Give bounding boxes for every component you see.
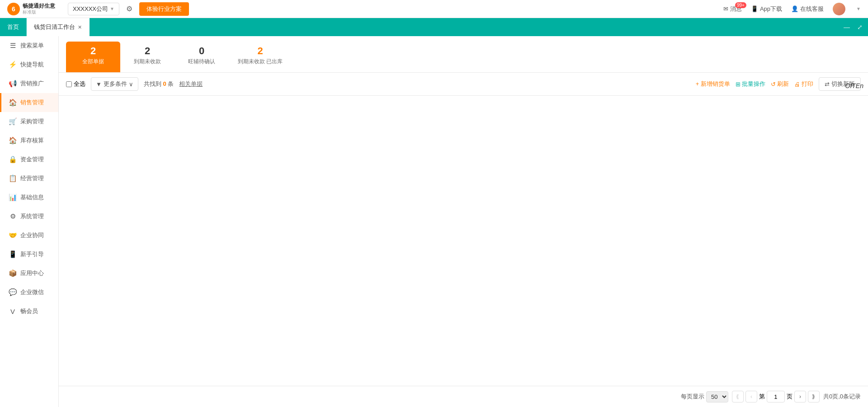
trial-button[interactable]: 体验行业方案: [139, 2, 189, 16]
refresh-label: 刷新: [777, 80, 789, 88]
logo-area: 6 畅捷通好生意 标准版: [7, 3, 55, 15]
page-prev-button[interactable]: ‹: [745, 391, 757, 402]
sidebar-inventory-label: 库存核算: [20, 136, 44, 145]
total-info: 共0页,0条记录: [823, 393, 861, 401]
pagination: 每页显示 50 ⟪ ‹ 第 页 › ⟫ 共0页,0条记录: [59, 386, 868, 407]
select-all-checkbox[interactable]: 全选: [66, 80, 85, 88]
app-download-button[interactable]: 📱 App下载: [751, 5, 782, 13]
result-count: 0: [163, 80, 166, 87]
stat-tab-all[interactable]: 2 全部单据: [66, 42, 120, 72]
tab-home-label: 首页: [7, 23, 19, 31]
filter-label: 更多条件: [104, 80, 127, 88]
result-text: 共找到 0 条: [144, 80, 174, 88]
often-label: OfTEn: [845, 82, 863, 89]
select-all-input[interactable]: [66, 81, 72, 87]
filter-chevron-icon: ∨: [129, 81, 133, 88]
sidebar-item-app-center[interactable]: 📦 应用中心: [0, 264, 58, 283]
sidebar-base-info-label: 基础信息: [20, 193, 44, 201]
stat-tab-overdue[interactable]: 2 到期未收款: [120, 42, 175, 72]
avatar-image: [833, 3, 845, 15]
chevron-down-icon: ▼: [110, 6, 114, 11]
page-last-button[interactable]: ⟫: [808, 391, 820, 402]
sidebar-finance-label: 资金管理: [20, 155, 44, 164]
window-expand-icon[interactable]: ⤢: [855, 22, 864, 33]
online-service-label: 在线客服: [800, 5, 824, 13]
sidebar-item-wechat[interactable]: 💬 企业微信: [0, 283, 58, 302]
finance-icon: 🔒: [9, 155, 17, 164]
user-name[interactable]: ▼: [854, 6, 861, 11]
sidebar-item-operations[interactable]: 📋 经营管理: [0, 169, 58, 188]
page-size-select: 每页显示 50: [681, 391, 728, 402]
message-button[interactable]: ✉ 消息 99+: [723, 5, 742, 13]
sidebar-item-base-info[interactable]: 📊 基础信息: [0, 188, 58, 207]
filter-button[interactable]: ▼ 更多条件 ∨: [91, 77, 138, 91]
sidebar-sales-label: 销售管理: [20, 98, 44, 107]
app-center-icon: 📦: [9, 269, 17, 277]
user-chevron-icon: ▼: [856, 6, 861, 11]
settings-icon[interactable]: ⚙: [123, 3, 136, 15]
page-size-dropdown[interactable]: 50: [706, 391, 728, 402]
page-unit: 页: [787, 393, 793, 401]
online-service-button[interactable]: 👤 在线客服: [791, 5, 824, 13]
toolbar-left: 全选 ▼ 更多条件 ∨ 共找到 0 条 相关单据: [66, 77, 690, 91]
tab-workspace[interactable]: 钱货日清工作台 ✕: [27, 18, 90, 36]
guide-icon: 📱: [9, 250, 17, 258]
print-button[interactable]: 🖨 打印: [794, 80, 813, 88]
marketing-icon: 📢: [9, 80, 17, 88]
sidebar-item-guide[interactable]: 📱 新手引导: [0, 245, 58, 264]
sidebar-guide-label: 新手引导: [20, 250, 44, 258]
stat-label-all: 全部单据: [75, 58, 111, 65]
page-number-input[interactable]: [767, 391, 785, 402]
search-menu-icon: ☰: [9, 42, 17, 50]
sidebar-item-inventory[interactable]: 🏠 库存核算: [0, 131, 58, 150]
sidebar-item-member[interactable]: V 畅会员: [0, 302, 58, 321]
main-layout: ☰ 搜索菜单 ⚡ 快捷导航 📢 营销推广 🏠 销售管理 🛒 采购管理 🏠 库存核…: [0, 36, 868, 407]
refresh-button[interactable]: ↺ 刷新: [771, 80, 789, 88]
add-order-button[interactable]: + 新增销货单: [696, 80, 730, 88]
page-size-label: 每页显示: [681, 393, 704, 401]
message-badge: 99+: [735, 2, 746, 8]
sidebar-item-finance[interactable]: 🔒 资金管理: [0, 150, 58, 169]
stats-tabs: 2 全部单据 2 到期未收款 0 旺辅待确认 2 到期未收款 已出库: [59, 36, 868, 73]
message-icon: ✉: [723, 5, 728, 12]
logo-icon: 6: [7, 3, 20, 15]
sidebar-item-search-menu[interactable]: ☰ 搜索菜单: [0, 36, 58, 55]
sidebar-system-label: 系统管理: [20, 212, 44, 220]
sidebar-item-system[interactable]: ⚙ 系统管理: [0, 207, 58, 226]
sidebar-item-cooperation[interactable]: 🤝 企业协同: [0, 226, 58, 245]
purchase-icon: 🛒: [9, 117, 17, 126]
batch-label: 批量操作: [742, 80, 765, 88]
company-selector[interactable]: XXXXXX公司 ▼: [68, 3, 119, 15]
select-all-label: 全选: [74, 80, 85, 88]
page-next-button[interactable]: ›: [794, 391, 806, 402]
logo-text: 畅捷通好生意 标准版: [23, 3, 55, 14]
sidebar-item-quick-nav[interactable]: ⚡ 快捷导航: [0, 55, 58, 74]
app-download-label: App下载: [760, 5, 782, 13]
sidebar-item-marketing[interactable]: 📢 营销推广: [0, 74, 58, 93]
page-first-button[interactable]: ⟪: [732, 391, 744, 402]
sidebar-marketing-label: 营销推广: [20, 80, 44, 88]
stat-count-overdue: 2: [129, 45, 165, 57]
window-minimize-icon[interactable]: —: [842, 22, 852, 33]
batch-operation-button[interactable]: ⊞ 批量操作: [736, 80, 765, 88]
stat-label-overdue: 到期未收款: [129, 58, 165, 65]
user-avatar[interactable]: [833, 3, 845, 15]
logo-title: 畅捷通好生意: [23, 3, 55, 9]
sidebar-member-label: 畅会员: [20, 307, 38, 315]
refresh-icon: ↺: [771, 81, 776, 88]
filter-icon: ▼: [96, 81, 102, 88]
sidebar-purchase-label: 采购管理: [20, 117, 44, 126]
stat-tab-shipped[interactable]: 2 到期未收款 已出库: [229, 42, 292, 72]
stat-label-wangpu: 旺辅待确认: [184, 58, 220, 65]
related-orders-link[interactable]: 相关单据: [179, 80, 203, 88]
table-area: [59, 96, 868, 386]
stat-tab-wangpu[interactable]: 0 旺辅待确认: [175, 42, 229, 72]
system-icon: ⚙: [9, 212, 17, 220]
tab-close-icon[interactable]: ✕: [78, 24, 82, 30]
member-icon: V: [9, 307, 17, 315]
quick-nav-icon: ⚡: [9, 61, 17, 69]
base-info-icon: 📊: [9, 193, 17, 201]
tab-home[interactable]: 首页: [0, 18, 27, 36]
sidebar-item-purchase[interactable]: 🛒 采购管理: [0, 112, 58, 131]
sidebar-item-sales[interactable]: 🏠 销售管理: [0, 93, 58, 112]
